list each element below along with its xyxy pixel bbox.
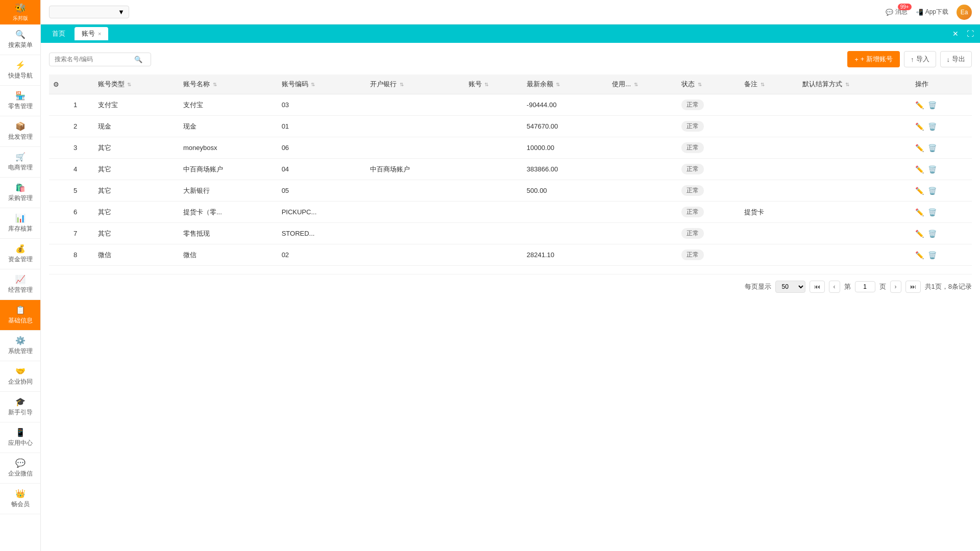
col-account-type[interactable]: 账号类型 ⇅	[94, 74, 179, 94]
col-account-code[interactable]: 账号编码 ⇅	[278, 74, 366, 94]
edit-button[interactable]: ✏️	[915, 101, 924, 109]
sidebar-item-purchase-mgmt[interactable]: 🛍️ 采购管理	[0, 178, 40, 208]
delete-button[interactable]: 🗑️	[928, 165, 937, 173]
cell-bank	[366, 202, 464, 223]
tab-home[interactable]: 首页	[45, 27, 72, 40]
cell-account-name: 微信	[179, 244, 278, 266]
cell-usage	[608, 180, 677, 202]
sidebar-item-label: 企业微信	[8, 469, 33, 478]
sidebar-item-search-menu[interactable]: 🔍 搜索菜单	[0, 24, 40, 55]
col-status[interactable]: 状态 ⇅	[677, 74, 740, 94]
delete-button[interactable]: 🗑️	[928, 144, 937, 152]
per-page-select[interactable]: 50 100 200	[775, 281, 805, 293]
sidebar-item-new-guide[interactable]: 🎓 新手引导	[0, 392, 40, 422]
purchase-icon: 🛍️	[15, 183, 26, 192]
cell-action: ✏️ 🗑️	[911, 159, 972, 180]
sidebar-item-quick-nav[interactable]: ⚡ 快捷导航	[0, 55, 40, 86]
page-prev-button[interactable]: ‹	[829, 281, 840, 293]
wholesale-icon: 📦	[15, 121, 26, 131]
edit-button[interactable]: ✏️	[915, 165, 924, 173]
page-first-button[interactable]: ⏮	[810, 281, 825, 293]
cell-account-type: 其它	[94, 180, 179, 202]
sidebar-item-operations-mgmt[interactable]: 📈 经营管理	[0, 269, 40, 300]
sidebar-item-enterprise-wechat[interactable]: 💬 企业微信	[0, 453, 40, 484]
page-next-button[interactable]: ›	[890, 281, 901, 293]
sidebar-item-label: 系统管理	[8, 347, 33, 356]
cell-remark: 提货卡	[740, 202, 798, 223]
search-menu-icon: 🔍	[15, 30, 26, 39]
cell-latest-balance	[523, 202, 608, 223]
sidebar-item-ecommerce-mgmt[interactable]: 🛒 电商管理	[0, 147, 40, 178]
table-row: 6 其它 提货卡（零... PICKUPC... 正常 提货卡 ✏️ 🗑️	[49, 202, 972, 223]
app-download-button[interactable]: 📲 App下载	[916, 8, 948, 16]
col-bank[interactable]: 开户银行 ⇅	[366, 74, 464, 94]
sidebar-item-app-center[interactable]: 📱 应用中心	[0, 422, 40, 453]
table-row: 3 其它 moneybosx 06 10000.00 正常 ✏️ 🗑️	[49, 137, 972, 159]
sidebar-item-system-mgmt[interactable]: ⚙️ 系统管理	[0, 331, 40, 361]
page-last-button[interactable]: ⏭	[905, 281, 921, 293]
edit-button[interactable]: ✏️	[915, 251, 924, 259]
sidebar-item-finance-mgmt[interactable]: 💰 资金管理	[0, 239, 40, 269]
table-search-input[interactable]	[55, 56, 131, 63]
edit-button[interactable]: ✏️	[915, 122, 924, 131]
tab-maximize-button[interactable]: ⛶	[965, 29, 976, 39]
page-label: 第	[844, 282, 851, 291]
col-remark[interactable]: 备注 ⇅	[740, 74, 798, 94]
sidebar-item-wholesale-mgmt[interactable]: 📦 批发管理	[0, 116, 40, 147]
sidebar-item-vip-member[interactable]: 👑 畅会员	[0, 484, 40, 514]
cell-account-code: 04	[278, 159, 366, 180]
edit-button[interactable]: ✏️	[915, 208, 924, 216]
edit-button[interactable]: ✏️	[915, 230, 924, 238]
table-row: 7 其它 零售抵现 STORED... 正常 ✏️ 🗑️	[49, 223, 972, 244]
delete-button[interactable]: 🗑️	[928, 101, 937, 109]
col-account-name[interactable]: 账号名称 ⇅	[179, 74, 278, 94]
delete-button[interactable]: 🗑️	[928, 251, 937, 259]
import-button[interactable]: ↑ 导入	[904, 51, 936, 67]
col-default-settlement[interactable]: 默认结算方式 ⇅	[798, 74, 911, 94]
delete-button[interactable]: 🗑️	[928, 230, 937, 238]
user-avatar[interactable]: Ea	[957, 5, 972, 20]
cell-action: ✏️ 🗑️	[911, 116, 972, 137]
cell-status: 正常	[677, 137, 740, 159]
col-usage[interactable]: 使用... ⇅	[608, 74, 677, 94]
cell-account-name: moneybosx	[179, 137, 278, 159]
col-settings[interactable]: ⚙	[49, 74, 69, 94]
import-label: 导入	[916, 55, 929, 64]
col-action: 操作	[911, 74, 972, 94]
page-number-input[interactable]	[855, 281, 875, 292]
tab-close-icon[interactable]: ×	[98, 31, 101, 37]
table-search-box[interactable]: 🔍	[49, 53, 151, 66]
page-suffix: 页	[879, 282, 886, 291]
col-account-no[interactable]: 账号 ⇅	[464, 74, 523, 94]
toolbar-left: 🔍	[49, 53, 151, 66]
edit-button[interactable]: ✏️	[915, 144, 924, 152]
cell-account-code: 02	[278, 244, 366, 266]
edit-button[interactable]: ✏️	[915, 187, 924, 195]
cell-usage	[608, 159, 677, 180]
sidebar-item-inventory[interactable]: 📊 库存核算	[0, 208, 40, 239]
sidebar-item-enterprise-agreement[interactable]: 🤝 企业协同	[0, 361, 40, 392]
topbar-search[interactable]: ▼	[49, 6, 129, 18]
delete-button[interactable]: 🗑️	[928, 208, 937, 216]
tab-close-button[interactable]: ✕	[950, 29, 961, 39]
cell-default-settlement	[798, 137, 911, 159]
export-button[interactable]: ↓ 导出	[940, 51, 972, 67]
sidebar-item-basic-info[interactable]: 📋 基础信息	[0, 300, 40, 331]
sidebar-item-retail-mgmt[interactable]: 🏪 零售管理	[0, 86, 40, 116]
delete-button[interactable]: 🗑️	[928, 187, 937, 195]
sidebar-item-label: 搜索菜单	[8, 41, 33, 49]
add-account-button[interactable]: + + 新增账号	[847, 51, 900, 67]
cell-latest-balance: 10000.00	[523, 137, 608, 159]
cell-num: 3	[69, 137, 94, 159]
message-button[interactable]: 💬 消息 99+	[886, 8, 908, 16]
cell-default-settlement	[798, 180, 911, 202]
col-latest-balance[interactable]: 最新余额 ⇅	[523, 74, 608, 94]
delete-button[interactable]: 🗑️	[928, 122, 937, 131]
cell-num: 2	[69, 116, 94, 137]
topbar-search-input[interactable]	[54, 9, 115, 16]
tab-account[interactable]: 账号 ×	[75, 27, 108, 40]
cell-usage	[608, 244, 677, 266]
cell-num: 7	[69, 223, 94, 244]
cell-latest-balance: -90444.00	[523, 94, 608, 116]
table-header-row: ⚙ 账号类型 ⇅ 账号名称 ⇅ 账号编码 ⇅ 开户银行 ⇅ 账号 ⇅ 最新余额 …	[49, 74, 972, 94]
